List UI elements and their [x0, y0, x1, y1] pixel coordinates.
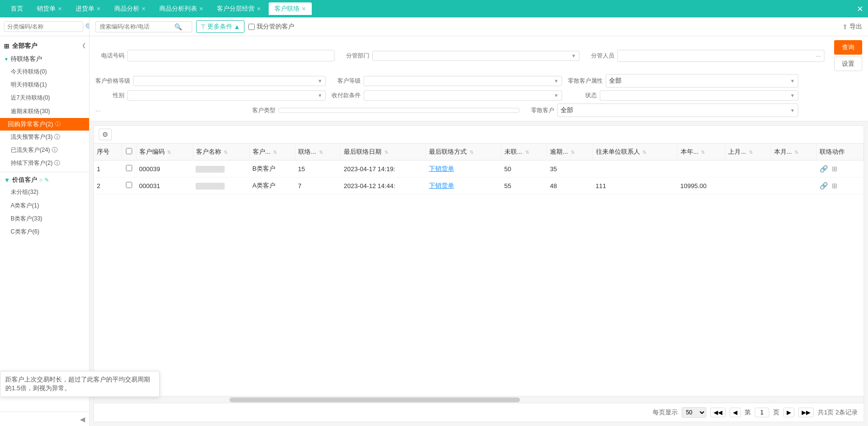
- page-label: 第: [745, 408, 751, 417]
- manager-select[interactable]: ···: [617, 50, 824, 62]
- col-type[interactable]: 客户... ⇅: [249, 144, 295, 161]
- cell-checkbox[interactable]: [122, 161, 136, 177]
- last-method-link[interactable]: 下销货单: [429, 165, 454, 172]
- sidebar-item-churn-warning[interactable]: 流失预警客户(3) ⓘ: [0, 131, 89, 144]
- table-wrapper[interactable]: 序号 客户编码 ⇅ 客户名称 ⇅ 客户... ⇅ 联络... ⇅ 最后联络日期 …: [94, 144, 864, 396]
- retail-customer-select[interactable]: 全部 ▼: [557, 103, 798, 117]
- last-page-button[interactable]: ▶▶: [798, 408, 814, 417]
- sidebar-item-7days[interactable]: 近7天待联络(0): [0, 91, 89, 104]
- retail-customer-field: 零散客户 全部 ▼: [525, 103, 798, 117]
- per-page-select[interactable]: 50 100 200: [682, 407, 706, 418]
- close-tab-icon[interactable]: ✕: [257, 6, 261, 12]
- table-gear-button[interactable]: ⚙: [99, 129, 112, 140]
- arrow-down-icon-2: ▼: [4, 176, 10, 184]
- col-code[interactable]: 客户编码 ⇅: [136, 144, 193, 161]
- status-select[interactable]: ▼: [600, 90, 798, 101]
- close-tab-icon[interactable]: ✕: [58, 6, 62, 12]
- customer-type-select[interactable]: [278, 108, 519, 113]
- content-area: 🔍 ⊤ 更多条件 ▲ 我分管的客户 ⇧ 导出 电话号码: [90, 17, 868, 426]
- main-search-input[interactable]: [100, 23, 172, 30]
- payment-select[interactable]: ▼: [364, 90, 562, 101]
- gender-select[interactable]: ▼: [127, 90, 326, 101]
- link-action-icon[interactable]: 🔗: [820, 182, 828, 190]
- sidebar-item-ungroup[interactable]: 未分组(32): [0, 186, 89, 199]
- prev-page-button[interactable]: ◀: [730, 408, 741, 417]
- phone-input[interactable]: [127, 50, 335, 61]
- all-customers-label: 全部客户: [12, 42, 37, 50]
- category-search-input[interactable]: [4, 21, 83, 32]
- sidebar-item-churned[interactable]: 已流失客户(24) ⓘ: [0, 144, 89, 157]
- close-tab-icon[interactable]: ✕: [96, 6, 101, 12]
- sidebar-item-declining[interactable]: 持续下滑客户(2) ⓘ: [0, 157, 89, 170]
- nav-tab-销货单[interactable]: 销货单 ✕: [31, 2, 68, 15]
- my-customers-checkbox[interactable]: 我分管的客户: [248, 22, 294, 31]
- select-all-checkbox[interactable]: [126, 148, 132, 154]
- my-customers-check[interactable]: [248, 24, 255, 30]
- sidebar-item-class-a[interactable]: A类客户(1): [0, 199, 89, 212]
- scrollbar-thumb[interactable]: [229, 397, 520, 402]
- nav-tab-首页[interactable]: 首页: [5, 2, 29, 15]
- horizontal-scrollbar[interactable]: [94, 396, 864, 403]
- close-tab-icon[interactable]: ✕: [141, 6, 146, 12]
- col-last-month[interactable]: 上月... ⇅: [725, 144, 771, 161]
- first-page-button[interactable]: ◀◀: [710, 408, 726, 417]
- sidebar-bottom-icon[interactable]: ◀: [80, 415, 85, 423]
- sidebar-item-tomorrow[interactable]: 明天待联络(1): [0, 78, 89, 91]
- row-checkbox[interactable]: [126, 165, 132, 171]
- nav-tab-客户分层经营[interactable]: 客户分层经营 ✕: [211, 2, 267, 15]
- row-checkbox[interactable]: [126, 182, 132, 188]
- col-this-month[interactable]: 本月... ⇅: [771, 144, 816, 161]
- col-last-date[interactable]: 最后联络日期 ⇅: [341, 144, 426, 161]
- col-name[interactable]: 客户名称 ⇅: [193, 144, 249, 161]
- col-last-method[interactable]: 最后联络方式 ⇅: [426, 144, 502, 161]
- page-number-input[interactable]: [755, 408, 769, 417]
- close-tab-icon[interactable]: ✕: [199, 6, 203, 12]
- filter-icon: ⊤: [200, 23, 206, 30]
- price-level-select[interactable]: ▼: [133, 76, 326, 86]
- sidebar-item-class-b[interactable]: B类客户(33): [0, 212, 89, 225]
- sidebar-item-overdue[interactable]: 逾期未联络(30): [0, 105, 89, 118]
- collapse-sidebar-button[interactable]: 《: [79, 42, 85, 50]
- per-page-label: 每页显示: [653, 408, 678, 417]
- query-button[interactable]: 查询: [834, 40, 862, 55]
- info-icon: ⓘ: [55, 120, 61, 128]
- customer-level-select[interactable]: ▼: [364, 76, 562, 86]
- col-contact-count[interactable]: 联络... ⇅: [295, 144, 341, 161]
- close-all-tabs-button[interactable]: ✕: [857, 4, 863, 14]
- col-this-year[interactable]: 本年... ⇅: [677, 144, 725, 161]
- close-tab-icon[interactable]: ✕: [302, 6, 306, 12]
- more-conditions-button[interactable]: ⊤ 更多条件 ▲: [196, 20, 244, 33]
- nav-tab-进货单[interactable]: 进货单 ✕: [70, 2, 107, 15]
- category-search-icon[interactable]: 🔍: [85, 23, 90, 30]
- col-partner-contact[interactable]: 往来单位联系人 ⇅: [593, 144, 677, 161]
- edit-group-icon[interactable]: ✎: [45, 177, 49, 183]
- grid-action-icon[interactable]: ⊞: [832, 182, 838, 190]
- more-filters-dots[interactable]: ···: [95, 107, 101, 114]
- col-uncontacted[interactable]: 未联... ⇅: [502, 144, 547, 161]
- main-search-icon[interactable]: 🔍: [174, 23, 182, 30]
- add-group-icon[interactable]: ○: [39, 177, 43, 183]
- nav-tab-客户联络[interactable]: 客户联络 ✕: [269, 2, 312, 15]
- sidebar-item-class-c[interactable]: C类客户(6): [0, 225, 89, 238]
- grid-action-icon[interactable]: ⊞: [832, 165, 838, 173]
- pending-contact-group[interactable]: ▼ 待联络客户: [0, 53, 89, 65]
- cell-last-method[interactable]: 下销货单: [426, 161, 502, 177]
- next-page-button[interactable]: ▶: [783, 408, 794, 417]
- nav-tab-商品分析[interactable]: 商品分析 ✕: [108, 2, 152, 15]
- cell-partner-contact: 111: [593, 177, 677, 194]
- sidebar-item-repurchase-anomaly[interactable]: 回购异常客户(2) ⓘ: [0, 118, 89, 131]
- sidebar-content: ⊞ 全部客户 《 ▼ 待联络客户 今天待联络(0) 明天待联络(1) 近7天待联…: [0, 36, 89, 411]
- link-action-icon[interactable]: 🔗: [820, 165, 828, 173]
- cell-checkbox[interactable]: [122, 177, 136, 194]
- cell-last-method[interactable]: 下销货单: [426, 177, 502, 194]
- col-overdue[interactable]: 逾期... ⇅: [547, 144, 593, 161]
- export-button[interactable]: ⇧ 导出: [842, 22, 862, 31]
- department-select[interactable]: ▼: [372, 51, 579, 61]
- settings-button[interactable]: 设置: [834, 57, 862, 71]
- all-customers-header[interactable]: ⊞ 全部客户 《: [0, 39, 89, 53]
- nav-tab-商品分析列表[interactable]: 商品分析列表 ✕: [153, 2, 209, 15]
- col-action: 联络动作: [817, 144, 864, 161]
- retail-attr-select[interactable]: 全部 ▼: [606, 74, 798, 88]
- last-method-link[interactable]: 下销货单: [429, 182, 454, 189]
- sidebar-item-today[interactable]: 今天待联络(0): [0, 65, 89, 78]
